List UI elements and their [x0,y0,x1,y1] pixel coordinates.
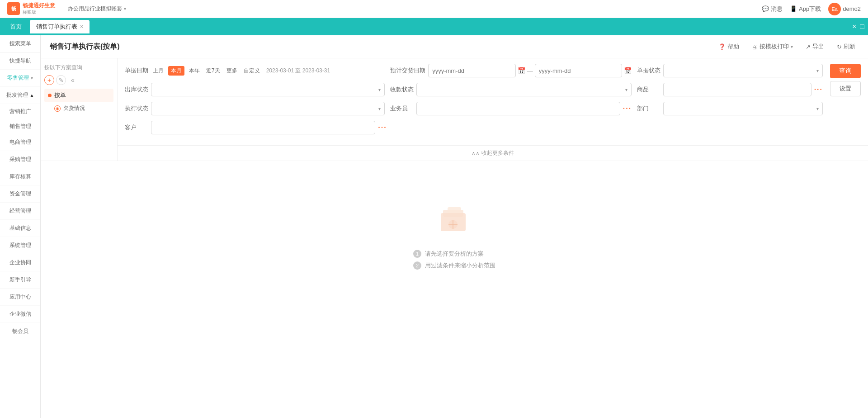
window-close-btn[interactable]: × [852,23,856,31]
filter-field-date: 单据日期 上月 本月 本年 近7天 更多 自定义 2023-03-01 至 20… [125,66,385,76]
sidebar-item-enterprise[interactable]: 企业协同 [0,254,40,271]
sidebar-item-quicknav[interactable]: 快捷导航 [0,52,40,70]
expected-date-group: 📅 — 📅 [428,64,632,77]
content-area: 销售订单执行表(按单) ❓ 帮助 🖨 按模板打印 ▾ ↗ 导出 [41,35,868,418]
sidebar-item-ecommerce[interactable]: 电商管理 [0,134,40,151]
out-status-select[interactable]: ▾ [151,83,385,96]
collapse-bar[interactable]: ∧∧ 收起更多条件 [118,145,868,161]
payment-status-select[interactable]: ▾ [416,83,632,96]
sidebar-item-finance[interactable]: 资金管理 [0,185,40,203]
filter-field-payment-status: 收款状态 ▾ [390,83,632,96]
sidebar-search[interactable]: 搜索菜单 [0,35,40,52]
empty-tip-1: 1 请先选择要分析的方案 [413,250,495,258]
date-cal-end-icon[interactable]: 📅 [624,67,632,74]
account-dropdown[interactable]: 办公用品行业模拟账套 ▾ [68,5,126,13]
filter-item-by-order[interactable]: 按单 [44,89,113,102]
message-icon: 💬 [762,5,769,12]
filter-row-2: 出库状态 ▾ 收款状态 [125,83,823,96]
export-btn[interactable]: ↗ 导出 [802,41,828,52]
filter-form-row: 单据日期 上月 本月 本年 近7天 更多 自定义 2023-03-01 至 20… [118,58,868,145]
tab-close-icon[interactable]: × [80,24,83,30]
date-tab-more[interactable]: 更多 [225,66,239,76]
goods-input[interactable] [663,83,811,96]
page-container: 销售订单执行表(按单) ❓ 帮助 🖨 按模板打印 ▾ ↗ 导出 [41,35,868,418]
filter-item-arrears[interactable]: ◉ 欠货情况 [44,102,113,114]
goods-label: 商品 [637,86,660,94]
sidebar-item-inventory[interactable]: 库存核算 [0,168,40,185]
goods-picker-btn[interactable]: ··· [814,86,823,94]
salesman-input[interactable] [416,102,620,115]
refresh-icon: ↻ [837,43,842,50]
filter-edit-btn[interactable]: ✎ [56,75,66,85]
refresh-btn[interactable]: ↻ 刷新 [833,41,859,52]
date-tab-custom[interactable]: 自定义 [242,66,262,76]
payment-status-chevron: ▾ [625,87,627,92]
account-dropdown-chevron: ▾ [124,6,126,11]
order-status-chevron: ▾ [816,68,819,73]
date-range-text: 2023-03-01 至 2023-03-31 [266,67,330,75]
app-download-btn[interactable]: 📱 App下载 [790,5,821,13]
filter-container: 按以下方案查询 + ✎ « 按单 [41,58,868,161]
sidebar-item-purchase[interactable]: 采购管理 [0,151,40,168]
date-cal-start-icon[interactable]: 📅 [518,67,525,74]
empty-tips: 1 请先选择要分析的方案 2 用过滤条件来缩小分析范围 [413,250,495,270]
tab-bar-right: × □ [852,23,864,31]
sidebar-item-marketing[interactable]: 营销推广 [0,104,40,119]
logo-area: 畅 畅捷通好生意 标账版 [7,2,55,15]
empty-state: 1 请先选择要分析的方案 2 用过滤条件来缩小分析范围 [41,161,868,306]
filter-field-salesman: 业务员 ··· [390,102,632,115]
date-tab-last7[interactable]: 近7天 [204,66,222,76]
tip-num-1: 1 [413,250,421,258]
sidebar-item-system[interactable]: 系统管理 [0,237,40,254]
tip-num-2: 2 [413,261,421,270]
sidebar-item-appstore[interactable]: 应用中心 [0,289,40,306]
filter-sidebar: 按以下方案查询 + ✎ « 按单 [41,58,118,161]
message-btn[interactable]: 💬 消息 [762,5,783,13]
sidebar-item-basic[interactable]: 基础信息 [0,220,40,237]
sidebar-item-retail[interactable]: 零售管理 ▾ [0,70,40,87]
filter-field-order-status: 单据状态 ▾ [637,64,823,77]
sidebar-item-newbie[interactable]: 新手引导 [0,271,40,289]
filter-right: 单据日期 上月 本月 本年 近7天 更多 自定义 2023-03-01 至 20… [118,58,868,161]
sidebar-item-operation[interactable]: 经营管理 [0,203,40,220]
tab-sales-order-exec[interactable]: 销售订单执行表 × [30,20,90,33]
expected-date-start[interactable] [428,64,516,77]
expected-date-end[interactable] [535,64,623,77]
header-right: 💬 消息 📱 App下载 Ea demo2 [762,3,861,15]
date-tab-this-month[interactable]: 本月 [168,66,184,76]
print-btn[interactable]: 🖨 按模板打印 ▾ [748,41,797,52]
order-status-select[interactable]: ▾ [663,64,823,77]
customer-picker-btn[interactable]: ··· [378,124,387,132]
dept-label: 部门 [637,104,660,113]
salesman-picker-btn[interactable]: ··· [623,104,632,113]
exec-status-label: 执行状态 [125,104,148,113]
filter-active-dot [48,94,52,97]
header-left: 畅 畅捷通好生意 标账版 办公用品行业模拟账套 ▾ [7,2,126,15]
logo-title: 畅捷通好生意 [23,2,55,9]
window-maximize-btn[interactable]: □ [860,23,864,31]
customer-input[interactable] [151,121,375,134]
exec-status-select[interactable]: ▾ [151,102,385,115]
filter-field-out-status: 出库状态 ▾ [125,83,385,96]
print-dropdown-icon: ▾ [791,44,793,49]
sidebar-item-wechat[interactable]: 企业微信 [0,306,40,323]
help-btn[interactable]: ❓ 帮助 [715,41,743,52]
dept-select[interactable]: ▾ [663,102,823,115]
order-status-label: 单据状态 [637,66,660,75]
sidebar-item-wholesale[interactable]: 批发管理 ▲ [0,87,40,104]
filter-add-btn[interactable]: + [44,75,54,85]
app-download-icon: 📱 [790,5,797,12]
setup-btn[interactable]: 设置 [830,81,861,96]
sidebar-item-member[interactable]: 畅会员 [0,323,40,340]
date-tab-this-year[interactable]: 本年 [187,66,202,76]
export-icon: ↗ [806,43,811,50]
user-menu[interactable]: Ea demo2 [828,3,861,15]
filter-collapse-btn[interactable]: « [68,75,78,85]
svg-rect-2 [448,207,461,213]
sidebar-item-sales[interactable]: 销售管理 [0,119,40,134]
filter-row-3: 执行状态 ▾ 业务员 ··· [125,102,823,115]
tab-home[interactable]: 首页 [4,20,28,33]
sidebar-search-label[interactable]: 搜索菜单 [4,40,37,48]
date-tab-last-month[interactable]: 上月 [151,66,165,76]
query-btn[interactable]: 查询 [830,64,861,78]
